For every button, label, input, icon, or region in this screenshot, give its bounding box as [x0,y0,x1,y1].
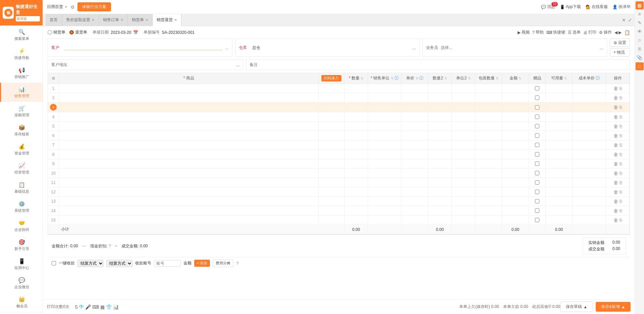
user-profile[interactable]: 👤 徐泽华 [612,4,631,10]
tab-sale-out[interactable]: 销货单✕ [128,14,153,26]
gift-checkbox-2[interactable] [535,96,539,100]
history-doc-icon[interactable]: 📋 [624,30,630,35]
delete-icon-6[interactable]: 🗑 [613,133,618,138]
tab-close-sale-order[interactable]: ✕ [120,18,123,22]
unit-sort-icon[interactable]: ⇅ [391,76,393,80]
warehouse-ellipsis[interactable]: ... [413,45,416,50]
copy-icon-5[interactable]: ⎘ [620,124,622,129]
copy-icon-8[interactable]: ⎘ [620,152,622,157]
sidebar-item-operations[interactable]: 📈 经营管理 [0,159,43,178]
price-info-icon[interactable]: ⓘ [419,76,423,80]
right-panel-pen-icon[interactable]: ✎ [636,19,644,27]
save-draft-btn[interactable]: 保存草稿 ▲ [560,302,593,312]
delete-icon-1[interactable]: 🗑 [613,86,618,91]
gift-checkbox-14[interactable] [535,208,539,213]
right-panel-list-icon[interactable]: ≡ [636,10,644,18]
gift-checkbox-11[interactable] [535,180,539,185]
discount-help-icon[interactable]: ? [109,244,111,248]
tab-sale-return[interactable]: 销货退货✕ [153,14,181,26]
add-row-btn[interactable]: + [50,104,57,111]
online-service-btn[interactable]: 💁 在线客服 [586,4,608,10]
delete-icon-12[interactable]: 🗑 [613,189,618,195]
select-btn[interactable]: ☰ 选单 [568,29,581,35]
help-btn[interactable]: ? 帮助 [532,29,544,35]
calendar-icon[interactable]: 📅 [133,30,138,35]
gift-checkbox-10[interactable] [535,171,539,175]
table-settings-icon[interactable]: ⚙ [52,76,55,81]
gift-checkbox-13[interactable] [535,199,539,203]
one-click-checkbox[interactable] [52,261,56,265]
pkgqty-sort-icon[interactable]: ⇅ [496,76,498,80]
gift-checkbox-1[interactable] [535,86,539,90]
available-sort-icon[interactable]: ⇅ [564,76,567,80]
customer-ellipsis[interactable]: ... [225,45,229,50]
delete-icon-5[interactable]: 🗑 [613,124,618,129]
right-panel-orange-btn[interactable]: □ [636,62,644,70]
right-panel-attachment-icon[interactable]: 📎 [636,54,644,62]
copy-icon-9[interactable]: ⎘ [620,161,622,167]
copy-icon-13[interactable]: ⎘ [620,199,622,204]
app-download-btn[interactable]: 📱 App下载 [560,4,581,10]
print-btn[interactable]: 🖨 打印 [583,29,596,35]
sidebar-item-system[interactable]: ⚙️ 系统管理 [0,197,43,216]
tab-close-sale-return[interactable]: ✕ [174,18,177,22]
keyboard-bottom-icon[interactable]: ⌨ [92,304,99,310]
amount-sort-icon[interactable]: ⇅ [519,76,521,80]
s-icon[interactable]: S [75,304,78,310]
delete-icon-3[interactable]: 🗑 [613,105,618,110]
sidebar-item-marketing[interactable]: 📢 营销推广 [0,64,43,83]
operate-btn[interactable]: ⚙ 操作 [599,29,612,35]
sidebar-item-member[interactable]: 👑 畅会员 [0,293,43,312]
copy-icon-1[interactable]: ⎘ [620,86,622,91]
copy-icon-10[interactable]: ⎘ [620,171,622,176]
gift-checkbox-9[interactable] [535,162,539,166]
copy-icon-7[interactable]: ⎘ [620,142,622,148]
right-panel-eye-icon[interactable]: 👁 [636,27,644,36]
tab-close-sale-price[interactable]: ✕ [92,18,95,22]
customer-input[interactable] [65,45,222,50]
logistics-btn[interactable]: + 物流 [610,48,630,57]
copy-icon-6[interactable]: ⎘ [620,133,622,138]
copy-icon-14[interactable]: ⎘ [620,208,622,213]
settings-action-btn[interactable]: ⚙ 设置 [610,39,630,47]
sidebar-item-purchase[interactable]: 🛒 采购管理 [0,102,43,121]
sidebar-item-shortcut[interactable]: ⚡ 快捷导航 [0,45,43,64]
gift-checkbox-15[interactable] [535,218,539,222]
sidebar-item-wechat[interactable]: 💬 企业微信 [0,274,43,293]
staff-ellipsis[interactable]: ... [600,45,603,50]
tab-sale-order[interactable]: 销售订单✕ [99,14,128,26]
right-panel-table-icon[interactable]: ▦ [636,1,644,9]
cost-info-icon[interactable]: ⓘ [596,76,600,80]
right-panel-copy-icon[interactable]: ⎘ [636,45,644,53]
sidebar-item-guide[interactable]: 🎯 新手引导 [0,236,43,255]
sidebar-item-sales[interactable]: 📊 销售管理 [0,83,43,102]
qty-sort-icon[interactable]: ⇅ [361,76,363,80]
tab-sale-price[interactable]: 售价提取设置✕ [62,14,99,26]
copy-icon-12[interactable]: ⎘ [620,189,622,195]
delete-icon-11[interactable]: 🗑 [613,180,618,185]
gift-checkbox-4[interactable] [535,115,539,119]
sidebar-item-funds[interactable]: 💰 资金管理 [0,140,43,159]
sidebar-item-search[interactable]: 🔍 搜索菜单 [0,25,43,45]
tab-home[interactable]: 首页 [46,14,62,26]
delete-icon-8[interactable]: 🗑 [613,152,618,157]
delete-icon-14[interactable]: 🗑 [613,208,618,213]
shortcut-btn[interactable]: ⌨ 快捷键 [546,29,565,35]
goods-input-3[interactable] [61,105,316,110]
radio-return-input[interactable] [69,30,74,35]
gift-checkbox-7[interactable] [535,143,539,147]
gift-checkbox-8[interactable] [535,152,539,156]
grid-icon[interactable]: ▦ [100,304,105,310]
delete-icon-2[interactable]: 🗑 [613,95,618,101]
summary-method-select[interactable]: 结算方式 [106,260,132,267]
chart-icon[interactable]: 📊 [113,304,119,310]
gift-checkbox-5[interactable] [535,124,539,128]
tab-close-sale-out[interactable]: ✕ [145,18,148,22]
sidebar-item-enterprise[interactable]: 🤝 企业协同 [0,216,43,236]
radio-return[interactable]: 退货单 [69,29,87,35]
save-new-btn[interactable]: 保存&新增 ▲ [596,302,631,312]
history-btn[interactable]: ◀ ▶ [614,30,622,35]
price-sort-icon[interactable]: ⇅ [416,76,418,80]
gift-checkbox-3[interactable] [535,105,539,110]
sidebar-item-inventory[interactable]: 📦 库存核算 [0,121,43,140]
